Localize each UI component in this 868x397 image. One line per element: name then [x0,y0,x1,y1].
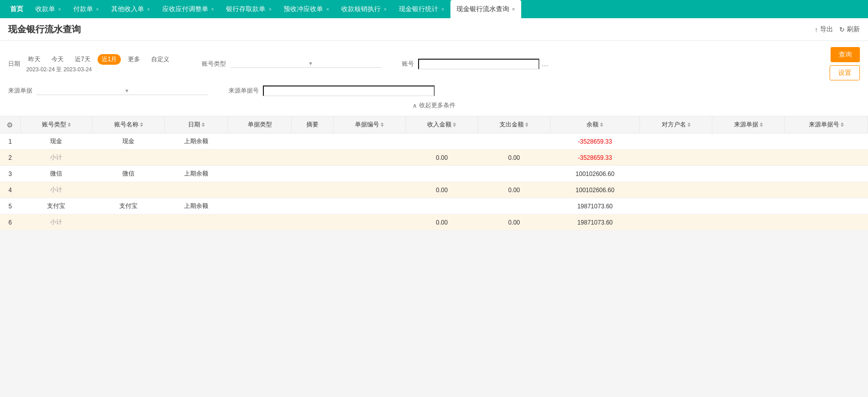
cell-date: 上期余额 [165,198,228,214]
cell-doc-no [333,134,405,150]
source-doc-no-label: 来源单据号 [229,86,259,95]
sort-icon [760,122,763,127]
refresh-icon: ↻ [839,26,845,33]
sort-icon [688,122,691,127]
close-icon[interactable]: × [512,7,515,12]
cell-source-doc [712,134,785,150]
cell-account-name [93,182,165,198]
cell-income [405,198,478,214]
cell-source-doc [712,166,785,182]
gear-icon[interactable]: ⚙ [7,121,13,129]
close-icon[interactable]: × [268,7,271,12]
data-table: ⚙ 账号类型 账号名称 [0,116,868,231]
th-balance[interactable]: 余额 [550,116,639,134]
th-counter-party[interactable]: 对方户名 [640,116,712,134]
cell-summary [292,182,333,198]
nav-item-stats[interactable]: 现金银行统计 × [393,0,450,18]
close-icon[interactable]: × [211,7,214,12]
source-doc-no-filter: 来源单据号 [229,85,435,96]
collapse-button[interactable]: ∧ 收起更多条件 [8,99,860,112]
nav-item-writeoff[interactable]: 收款核销执行 × [335,0,393,18]
nav-item-receive[interactable]: 收款单 × [29,0,67,18]
th-income[interactable]: 收入金额 [405,116,478,134]
th-account-type[interactable]: 账号类型 [20,116,93,134]
th-doc-no[interactable]: 单据编号 [333,116,405,134]
date-7days[interactable]: 近7天 [71,54,95,65]
sort-icon [202,122,205,127]
account-input[interactable] [418,59,539,69]
cell-income: 0.00 [405,182,478,198]
source-doc-no-input[interactable] [263,85,435,96]
dots-button[interactable]: ... [541,59,548,68]
cell-date [165,150,228,166]
export-icon: ↑ [815,26,818,33]
query-button[interactable]: 查询 [831,47,860,62]
nav-item-cashflow[interactable]: 现金银行流水查询 × [450,0,521,18]
th-summary: 摘要 [292,116,333,134]
table-row: 2小计0.000.00-3528659.33 [0,150,868,166]
cell-doc-no [333,214,405,231]
cell-counter-party [640,134,712,150]
account-type-select[interactable]: ▼ [230,60,382,68]
cell-doc-type [228,134,292,150]
nav-item-adjust[interactable]: 应收应付调整单 × [156,0,220,18]
table-row: 3微信微信上期余额100102606.60 [0,166,868,182]
th-source-doc-no[interactable]: 来源单据号 [785,116,868,134]
refresh-button[interactable]: ↻ 刷新 [839,25,860,34]
cell-income: 0.00 [405,214,478,231]
date-custom[interactable]: 自定义 [147,54,173,65]
setting-button[interactable]: 设置 [830,65,860,80]
table-area: ⚙ 账号类型 账号名称 [0,116,868,231]
source-doc-select[interactable]: ▼ [36,87,208,95]
cell-index: 1 [0,134,20,150]
cell-source-doc [712,182,785,198]
th-account-name[interactable]: 账号名称 [93,116,165,134]
close-icon[interactable]: × [441,7,444,12]
close-icon[interactable]: × [58,7,61,12]
cell-date: 上期余额 [165,134,228,150]
table-row: 6小计0.000.0019871073.60 [0,214,868,231]
cell-doc-no [333,182,405,198]
date-options: 昨天 今天 近7天 近1月 更多 自定义 [24,54,173,65]
close-icon[interactable]: × [326,7,329,12]
chevron-up-icon: ∧ [413,102,417,109]
cell-account-name: 现金 [93,134,165,150]
cell-balance: 100102606.60 [550,182,639,198]
date-today[interactable]: 今天 [48,54,68,65]
cell-balance: 19871073.60 [550,198,639,214]
cell-balance: -3528659.33 [550,150,639,166]
close-icon[interactable]: × [147,7,150,12]
cell-expense: 0.00 [478,214,550,231]
sort-icon [381,122,384,127]
cell-source-doc-no [785,214,868,231]
th-settings: ⚙ [0,116,20,134]
account-label: 账号 [402,60,414,68]
cell-counter-party [640,150,712,166]
close-icon[interactable]: × [96,7,99,12]
th-source-doc[interactable]: 来源单据 [712,116,785,134]
nav-item-bank[interactable]: 银行存取款单 × [220,0,278,18]
th-date[interactable]: 日期 [165,116,228,134]
source-doc-label: 来源单据 [8,86,32,95]
cell-expense: 0.00 [478,150,550,166]
cell-doc-no [333,150,405,166]
source-doc-filter: 来源单据 ▼ [8,86,208,95]
cell-index: 3 [0,166,20,182]
nav-item-pay[interactable]: 付款单 × [67,0,105,18]
sort-icon [525,122,528,127]
date-1month[interactable]: 近1月 [98,54,121,65]
nav-item-prepay[interactable]: 预收冲应收单 × [278,0,335,18]
cell-account-type: 微信 [20,166,93,182]
date-range-display: 2023-02-24 至 2023-03-24 [26,66,173,73]
date-yesterday[interactable]: 昨天 [24,54,44,65]
export-button[interactable]: ↑ 导出 [815,25,834,34]
close-icon[interactable]: × [384,7,387,12]
cell-account-type: 小计 [20,214,93,231]
date-more[interactable]: 更多 [124,54,144,65]
cell-date [165,182,228,198]
cell-income: 0.00 [405,150,478,166]
nav-item-other-income[interactable]: 其他收入单 × [105,0,156,18]
cell-expense: 0.00 [478,182,550,198]
th-expense[interactable]: 支出金额 [478,116,550,134]
nav-item-home[interactable]: 首页 [4,0,29,18]
